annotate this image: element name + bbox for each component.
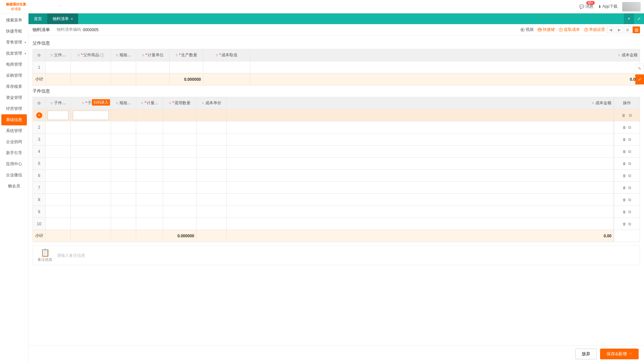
delete-row-icon[interactable] [623,161,626,166]
ops-subtotal-row [614,230,640,242]
copy-row-icon[interactable] [628,197,631,202]
sidebar-item[interactable]: 畅会员 [0,181,28,192]
messages-button[interactable]: 消息 99+ [579,4,593,9]
sidebar-item[interactable]: 快捷导航 [0,26,28,37]
child-row[interactable]: 6 [33,170,614,182]
child-product-input[interactable] [73,111,109,120]
sidebar-item[interactable]: 库存核算 [0,81,28,92]
app-download-button[interactable]: App下载 [598,4,618,9]
child-row[interactable]: 4 [33,145,614,158]
child-row[interactable]: 8 [33,194,614,206]
delete-row-icon[interactable] [623,222,626,226]
extract-cost-link[interactable]: $提取成本 [559,27,580,33]
view-form-button[interactable] [633,26,640,33]
doc-setting-link[interactable]: ⚙单据设置 [584,27,605,33]
delete-row-icon[interactable] [623,173,626,178]
child-col-gear[interactable] [33,97,46,109]
copy-row-icon[interactable] [628,209,631,214]
delete-row-icon[interactable] [623,137,626,142]
parent-col-unit[interactable]: ⇅*计量单位 [136,49,170,61]
child-row-index: 9 [33,206,46,218]
company-selector[interactable]: ﹀ [32,4,63,9]
copy-row-icon[interactable] [628,185,631,190]
parent-col-spec[interactable]: ⇅规格... [111,49,136,61]
help-icon[interactable]: ? [100,53,104,57]
content-scroll[interactable]: 父件信息 ⇅父件... ⇅*父件商品? ⇅规格... ⇅*计量单位 ⇅*生产数量… [29,36,644,345]
sidebar-item[interactable]: 电商管理 [0,59,28,70]
ops-row [614,206,640,218]
parent-col-costsrc[interactable]: ⇅*成本取值 [203,49,250,61]
sidebar-item[interactable]: 零售管理▾ [0,37,28,48]
sidebar-item[interactable]: 经营管理 [0,103,28,114]
sidebar-item[interactable]: 资金管理 [0,92,28,103]
float-expand-button[interactable] [635,74,644,84]
copy-row-icon[interactable] [628,173,631,178]
child-row-index: 6 [33,170,46,182]
child-code-input[interactable] [48,111,68,120]
save-and-new-button[interactable]: 保存&新增﹀ [600,349,639,359]
fullscreen-button[interactable] [634,13,644,24]
parent-subtotal-qty: 0.000000 [170,73,203,85]
child-col-unit[interactable]: ⇅*计量... [136,97,163,109]
child-row-active[interactable]: + [33,109,614,121]
parent-col-product[interactable]: ⇅*父件商品? [71,49,111,61]
copy-row-icon[interactable] [628,125,631,130]
tab-bom[interactable]: 物料清单 × [47,13,78,24]
delete-row-icon[interactable] [623,149,626,154]
sidebar-item[interactable]: 新手引导 [0,147,28,159]
close-all-tabs-button[interactable]: × [624,13,634,24]
delete-row-icon[interactable] [623,197,626,202]
child-col-qty[interactable]: ⇅*需用数量 [163,97,197,109]
add-row-icon[interactable]: + [36,112,42,118]
sidebar-item[interactable]: 搜索菜单 [0,15,28,26]
sidebar-item[interactable]: 批发管理▾ [0,48,28,59]
prev-doc-button[interactable]: ◀ [607,26,614,33]
add-row-cell[interactable]: + [33,109,46,121]
next-doc-button[interactable]: ▶ [616,26,623,33]
user-avatar[interactable] [622,2,641,11]
copy-row-icon[interactable] [629,113,632,118]
view-list-button[interactable] [624,26,631,33]
copy-row-icon[interactable] [628,222,631,226]
shortcut-link[interactable]: ⌨快捷键 [538,27,555,33]
logo: 畅捷通好生意 标准版 [3,1,29,12]
parent-col-costamt[interactable]: ⇅成本金额 [250,49,640,61]
copy-row-icon[interactable] [628,161,631,166]
child-col-spec[interactable]: ⇅规格... [111,97,136,109]
delete-row-icon[interactable] [623,209,626,214]
delete-row-icon[interactable] [623,125,626,130]
child-col-product[interactable]: ⇅*子件商扫码录入 [71,97,111,109]
copy-row-icon[interactable] [628,137,631,142]
sidebar-item[interactable]: 应用中心 [0,159,28,170]
copy-row-icon[interactable] [628,149,631,154]
sidebar-item[interactable]: 企业微信 [0,170,28,181]
delete-row-icon[interactable] [622,113,626,118]
setting-label: 单据设置 [589,27,605,33]
sidebar-item[interactable]: 采购管理 [0,70,28,81]
discard-button[interactable]: 放弃 [575,349,597,359]
video-link[interactable]: ▶视频 [521,27,534,33]
scan-input-tag[interactable]: 扫码录入 [92,99,110,106]
parent-row-1[interactable]: 1 [33,61,640,73]
close-icon[interactable]: × [71,17,73,21]
child-col-code[interactable]: ⇅子件... [46,97,71,109]
child-row[interactable]: 5 [33,158,614,170]
child-row[interactable]: 9 [33,206,614,218]
sidebar-item[interactable]: 系统管理 [0,125,28,136]
child-row[interactable]: 10 [33,218,614,230]
float-edit-button[interactable] [635,64,644,74]
sidebar-item[interactable]: 基础信息 [1,114,27,125]
chevron-down-icon[interactable]: ﹀ [629,352,632,356]
child-col-price[interactable]: ⇅成本单价 [197,97,227,109]
sidebar-item[interactable]: 企业协同 [0,136,28,147]
tab-home[interactable]: 首页 [29,13,47,24]
child-col-amt[interactable]: ⇅成本金额 [227,97,614,109]
parent-col-gear[interactable] [33,49,46,61]
remark-input[interactable] [57,253,636,258]
child-row[interactable]: 3 [33,133,614,145]
delete-row-icon[interactable] [623,185,626,190]
parent-col-qty[interactable]: ⇅*生产数量 [170,49,203,61]
child-row[interactable]: 7 [33,182,614,194]
parent-col-code[interactable]: ⇅父件... [46,49,71,61]
child-row[interactable]: 2 [33,121,614,133]
